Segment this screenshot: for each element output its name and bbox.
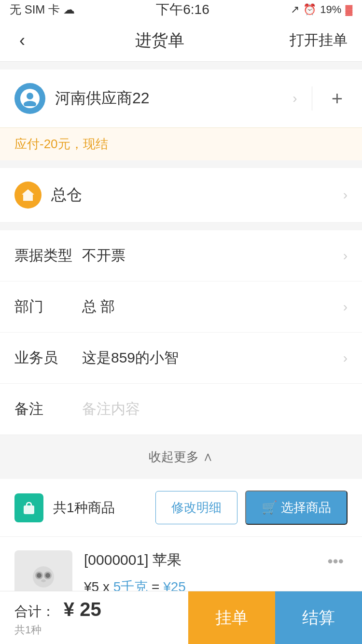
svg-point-1 <box>24 101 36 106</box>
total-row: 合计： ¥ 25 <box>14 599 174 621</box>
svg-point-8 <box>45 573 50 578</box>
battery-icon: ▓ <box>345 4 352 15</box>
supplier-avatar <box>14 83 45 114</box>
bottom-bar: 合计： ¥ 25 共1种 挂单 结算 <box>0 591 362 644</box>
bag-icon <box>21 500 37 516</box>
product-title-name: 苹果 <box>153 552 181 568</box>
page-title: 进货单 <box>135 29 184 52</box>
svg-point-0 <box>27 93 33 99</box>
nav-bar: ‹ 进货单 打开挂单 <box>0 19 362 62</box>
product-name: [0000001] 苹果 <box>84 550 323 570</box>
bottom-total: 合计： ¥ 25 共1种 <box>0 599 188 637</box>
department-chevron: › <box>343 299 348 315</box>
add-supplier-button[interactable]: + <box>327 88 348 110</box>
status-time: 下午6:16 <box>156 0 209 19</box>
status-left: 无 SIM 卡 ☁ <box>10 2 75 17</box>
product-info: [0000001] 苹果 ¥5 x 5千克 = ¥25 <box>84 550 323 596</box>
supplier-row[interactable]: 河南供应商22 › + <box>0 70 362 127</box>
select-product-label: 选择商品 <box>281 499 331 516</box>
back-button[interactable]: ‹ <box>14 26 30 56</box>
open-pending-button[interactable]: 打开挂单 <box>290 30 348 50</box>
supplier-name: 河南供应商22 <box>55 88 292 109</box>
warehouse-row[interactable]: 总仓 › <box>0 168 362 223</box>
svg-point-7 <box>37 573 42 578</box>
warehouse-card: 总仓 › <box>0 168 362 223</box>
status-right: ↗ ⏰ 19% ▓ <box>291 3 352 16</box>
invoice-type-value: 不开票 <box>77 246 343 266</box>
svg-rect-3 <box>24 505 34 514</box>
house-icon <box>21 188 35 202</box>
form-row-salesperson[interactable]: 业务员 这是859的小智 › <box>0 333 362 384</box>
form-row-department[interactable]: 部门 总 部 › <box>0 281 362 333</box>
notice-bar: 应付-20元，现结 <box>0 127 362 160</box>
warehouse-name: 总仓 <box>51 184 343 206</box>
supplier-right-actions: › + <box>292 86 348 111</box>
product-header: 共1种商品 修改明细 🛒 选择商品 <box>0 479 362 537</box>
form-row-invoice[interactable]: 票据类型 不开票 › <box>0 230 362 281</box>
avatar-inner <box>20 89 40 108</box>
settle-button[interactable]: 结算 <box>275 591 362 644</box>
pend-button[interactable]: 挂单 <box>188 591 275 644</box>
person-icon <box>22 91 38 106</box>
supplier-card: 河南供应商22 › + 应付-20元，现结 <box>0 70 362 160</box>
invoice-chevron: › <box>343 248 348 264</box>
select-product-button[interactable]: 🛒 选择商品 <box>245 490 348 525</box>
product-count: 共1种商品 <box>53 499 155 517</box>
total-label: 合计： <box>14 604 55 619</box>
total-amount: ¥ 25 <box>64 599 101 620</box>
battery-text: 19% <box>320 3 341 16</box>
product-more-button[interactable]: ••• <box>323 550 348 572</box>
department-label: 部门 <box>14 297 77 317</box>
warehouse-chevron: › <box>343 187 348 203</box>
note-placeholder[interactable]: 备注内容 <box>77 399 348 419</box>
salesperson-value: 这是859的小智 <box>77 348 343 368</box>
form-card: 票据类型 不开票 › 部门 总 部 › 业务员 这是859的小智 › 备注 备注… <box>0 230 362 435</box>
invoice-type-label: 票据类型 <box>14 246 77 266</box>
total-count: 共1种 <box>14 623 174 637</box>
department-value: 总 部 <box>77 297 343 317</box>
collapse-button[interactable]: 收起更多 ∧ <box>0 435 362 479</box>
salesperson-chevron: › <box>343 350 348 366</box>
salesperson-label: 业务员 <box>14 348 77 368</box>
svg-point-9 <box>41 579 46 582</box>
product-code: [0000001] <box>84 552 148 568</box>
supplier-chevron: › <box>292 91 297 106</box>
status-bar: 无 SIM 卡 ☁ 下午6:16 ↗ ⏰ 19% ▓ <box>0 0 362 19</box>
location-icon: ↗ <box>291 3 299 16</box>
svg-marker-2 <box>22 189 34 201</box>
edit-detail-button[interactable]: 修改明细 <box>155 491 237 524</box>
form-row-note[interactable]: 备注 备注内容 <box>0 384 362 435</box>
alarm-icon: ⏰ <box>303 3 316 16</box>
cart-icon: 🛒 <box>262 500 277 515</box>
main-content: 河南供应商22 › + 应付-20元，现结 总仓 › 票据类型 不开票 › <box>0 62 362 644</box>
product-section-icon <box>14 493 43 522</box>
collapse-label: 收起更多 ∧ <box>149 448 213 465</box>
warehouse-icon <box>14 182 42 209</box>
signal-text: 无 SIM 卡 ☁ <box>10 2 75 17</box>
note-label: 备注 <box>14 399 77 419</box>
divider <box>312 86 312 111</box>
